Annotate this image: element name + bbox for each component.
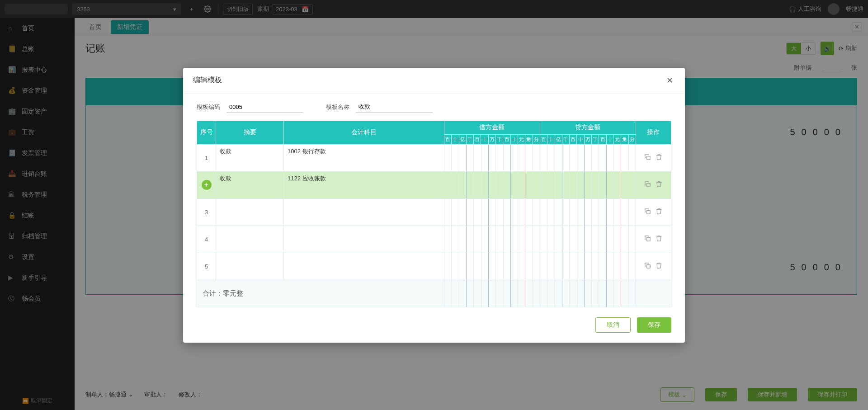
subject-cell[interactable]: 1122 应收账款 [284, 171, 444, 198]
copy-row-icon[interactable] [644, 154, 651, 160]
summary-cell[interactable] [216, 198, 284, 226]
th-subject: 会计科目 [284, 121, 444, 144]
close-icon[interactable]: ✕ [664, 75, 675, 86]
th-digit-unit: 百 [540, 134, 547, 144]
debit-cell[interactable] [444, 171, 540, 198]
tpl-name-input[interactable] [356, 102, 433, 113]
summary-cell[interactable] [216, 253, 284, 280]
debit-cell[interactable] [444, 144, 540, 171]
credit-cell[interactable] [540, 171, 636, 198]
subject-cell[interactable] [284, 253, 444, 280]
table-row[interactable]: +收款1122 应收账款 [197, 171, 671, 198]
th-digit-unit: 元 [613, 134, 621, 144]
tpl-code-input[interactable] [226, 102, 303, 113]
credit-cell[interactable] [540, 144, 636, 171]
th-debit: 借方金额 [444, 121, 540, 134]
svg-rect-3 [647, 211, 651, 214]
th-digit-unit: 分 [628, 134, 636, 144]
modal-header: 编辑模板 ✕ [183, 68, 685, 94]
subject-cell[interactable]: 1002 银行存款 [284, 144, 444, 171]
table-row[interactable]: 3 [197, 198, 671, 226]
th-digit-unit: 角 [525, 134, 533, 144]
th-digit-unit: 百 [599, 134, 606, 144]
credit-cell[interactable] [540, 253, 636, 280]
th-digit-unit: 十 [606, 134, 613, 144]
edit-template-modal: 编辑模板 ✕ 模板编码 模板名称 序号 摘要 [183, 68, 685, 343]
debit-cell[interactable] [444, 253, 540, 280]
svg-rect-5 [647, 265, 651, 269]
copy-row-icon[interactable] [644, 181, 651, 188]
table-row[interactable]: 1收款1002 银行存款 [197, 144, 671, 171]
total-cell: 合计：零元整 [197, 280, 444, 307]
cancel-button[interactable]: 取消 [595, 317, 631, 333]
th-digit-unit: 万 [584, 134, 591, 144]
th-digit-unit: 千 [592, 134, 599, 144]
th-digit-unit: 百 [444, 134, 452, 144]
delete-row-icon[interactable] [656, 235, 662, 242]
delete-row-icon[interactable] [656, 181, 662, 188]
th-digit-unit: 十 [452, 134, 459, 144]
th-digit-unit: 分 [533, 134, 540, 144]
svg-rect-4 [647, 238, 651, 241]
credit-cell[interactable] [540, 226, 636, 253]
th-digit-unit: 百 [474, 134, 481, 144]
delete-row-icon[interactable] [656, 208, 662, 215]
svg-rect-2 [647, 184, 651, 187]
th-digit-unit: 千 [466, 134, 473, 144]
th-digit-unit: 十 [481, 134, 488, 144]
th-digit-unit: 亿 [555, 134, 562, 144]
th-digit-unit: 百 [503, 134, 510, 144]
tpl-name-label: 模板名称 [326, 103, 349, 111]
copy-row-icon[interactable] [644, 262, 651, 269]
table-row[interactable]: 5 [197, 253, 671, 280]
th-digit-unit: 十 [510, 134, 518, 144]
modal-title: 编辑模板 [193, 75, 222, 85]
debit-cell[interactable] [444, 198, 540, 226]
copy-row-icon[interactable] [644, 208, 651, 215]
delete-row-icon[interactable] [656, 262, 662, 269]
summary-cell[interactable]: 收款 [216, 171, 284, 198]
debit-cell[interactable] [444, 226, 540, 253]
th-digit-unit: 千 [562, 134, 569, 144]
th-op: 操作 [636, 121, 671, 144]
template-table: 序号 摘要 会计科目 借方金额 贷方金额 操作 百十亿千百十万千百十元角分百十亿… [197, 121, 671, 307]
subject-cell[interactable] [284, 198, 444, 226]
th-digit-unit: 十 [547, 134, 555, 144]
svg-rect-1 [647, 156, 651, 160]
th-credit: 贷方金额 [540, 121, 636, 134]
summary-cell[interactable] [216, 226, 284, 253]
add-row-icon[interactable]: + [202, 180, 212, 190]
subject-cell[interactable] [284, 226, 444, 253]
th-digit-unit: 亿 [459, 134, 466, 144]
th-digit-unit: 千 [496, 134, 503, 144]
th-idx: 序号 [197, 121, 216, 144]
th-digit-unit: 万 [488, 134, 495, 144]
table-row[interactable]: 4 [197, 226, 671, 253]
credit-cell[interactable] [540, 198, 636, 226]
th-digit-unit: 角 [621, 134, 628, 144]
summary-cell[interactable]: 收款 [216, 144, 284, 171]
save-button[interactable]: 保存 [637, 317, 671, 333]
delete-row-icon[interactable] [656, 154, 662, 160]
th-summary: 摘要 [216, 121, 284, 144]
tpl-code-label: 模板编码 [197, 103, 220, 111]
th-digit-unit: 元 [518, 134, 525, 144]
th-digit-unit: 十 [577, 134, 584, 144]
th-digit-unit: 百 [570, 134, 577, 144]
modal-footer: 取消 保存 [183, 311, 685, 343]
copy-row-icon[interactable] [644, 235, 651, 242]
